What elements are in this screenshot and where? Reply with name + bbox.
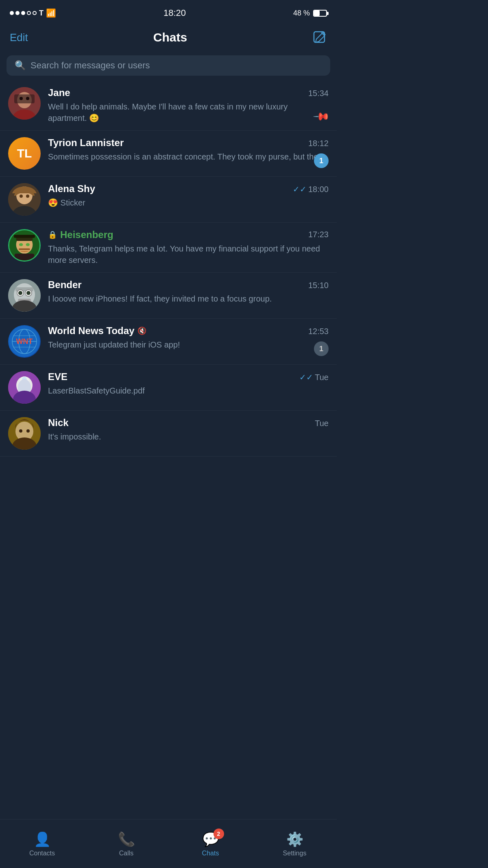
heisenberg-name: Heisenberg: [60, 229, 113, 241]
status-bar: T 📶 18:20 48 %: [0, 0, 337, 24]
alena-double-check: ✓✓: [293, 185, 307, 194]
eve-time: ✓✓Tue: [299, 372, 329, 382]
chat-item-worldnews[interactable]: WNT World News Today 🔇 12:53 Telegram ju…: [0, 319, 337, 365]
svg-point-18: [19, 243, 23, 246]
chat-item-jane[interactable]: Jane 15:34 Well I do help animals. Maybe…: [0, 81, 337, 131]
avatar-nick: [8, 417, 41, 450]
worldnews-chat-header: World News Today 🔇 12:53: [48, 325, 329, 337]
page-title: Chats: [153, 31, 187, 44]
svg-point-27: [26, 291, 30, 295]
nav-bar: Edit Chats: [0, 24, 337, 54]
mute-icon-worldnews: 🔇: [137, 326, 146, 335]
svg-point-47: [19, 429, 22, 433]
nick-preview: It's impossible.: [48, 431, 329, 442]
chat-item-eve[interactable]: EVE ✓✓Tue LaserBlastSafetyGuide.pdf: [0, 365, 337, 411]
heisenberg-preview: Thanks, Telegram helps me a lot. You hav…: [48, 243, 329, 266]
worldnews-name: World News Today: [48, 325, 134, 337]
alena-name: Alena Shy: [48, 183, 95, 195]
avatar-alena: [8, 183, 41, 216]
svg-point-7: [26, 97, 29, 100]
battery-icon: [313, 10, 327, 17]
eve-chat-header: EVE ✓✓Tue: [48, 371, 329, 383]
worldnews-preview: Telegram just updated their iOS app!: [48, 339, 329, 350]
edit-button[interactable]: Edit: [10, 31, 28, 44]
signal-dot-3: [21, 11, 25, 15]
svg-point-26: [18, 291, 22, 295]
nick-name: Nick: [48, 417, 69, 429]
bender-chat-content: Bender 15:10 I looove new iPhones! If fa…: [48, 279, 329, 304]
chats-badge: 2: [214, 829, 224, 839]
tab-bar: 👤 Contacts 📞 Calls 💬 2 Chats ⚙️ Settings: [0, 819, 337, 868]
bender-chat-header: Bender 15:10: [48, 279, 329, 291]
signal-dot-1: [10, 11, 14, 15]
carrier-label: T: [39, 9, 44, 17]
eve-preview: LaserBlastSafetyGuide.pdf: [48, 385, 329, 396]
chat-item-heisenberg[interactable]: 🔒 Heisenberg 17:23 Thanks, Telegram help…: [0, 223, 337, 273]
status-right: 48 %: [293, 9, 327, 17]
chat-item-tyrion[interactable]: TL Tyrion Lannister 18:12 Sometimes poss…: [0, 131, 337, 177]
eve-chat-content: EVE ✓✓Tue LaserBlastSafetyGuide.pdf: [48, 371, 329, 396]
jane-avatar-svg: [8, 87, 41, 120]
nick-chat-content: Nick Tue It's impossible.: [48, 417, 329, 442]
svg-point-19: [26, 243, 30, 246]
tab-chats[interactable]: 💬 2 Chats: [168, 831, 253, 857]
compose-button[interactable]: [312, 30, 327, 45]
contacts-label: Contacts: [29, 850, 55, 857]
worldnews-chat-content: World News Today 🔇 12:53 Telegram just u…: [48, 325, 329, 350]
bottom-spacer: [0, 457, 337, 514]
settings-label: Settings: [283, 850, 307, 857]
avatar-eve: [8, 371, 41, 404]
chat-list: Jane 15:34 Well I do help animals. Maybe…: [0, 81, 337, 457]
tyrion-badge: 1: [314, 153, 329, 168]
signal-dots: [10, 11, 37, 15]
status-time: 18:20: [163, 8, 186, 18]
nick-time: Tue: [315, 419, 329, 428]
heisenberg-avatar-svg: [9, 229, 39, 262]
tab-settings[interactable]: ⚙️ Settings: [253, 831, 337, 857]
tyrion-name: Tyrion Lannister: [48, 137, 124, 149]
alena-preview: 😍 Sticker: [48, 197, 329, 208]
settings-icon: ⚙️: [286, 831, 303, 847]
signal-dot-2: [15, 11, 20, 15]
chat-item-bender[interactable]: Bender 15:10 I looove new iPhones! If fa…: [0, 273, 337, 319]
calls-icon: 📞: [118, 831, 135, 847]
bender-name: Bender: [48, 279, 82, 291]
nick-avatar-svg: [8, 417, 41, 450]
svg-point-6: [20, 97, 23, 100]
battery-percent: 48 %: [293, 9, 310, 17]
search-placeholder: Search for messages or users: [30, 60, 150, 71]
wifi-icon: 📶: [46, 8, 56, 18]
chats-icon-wrap: 💬 2: [202, 831, 219, 847]
alena-chat-content: Alena Shy ✓✓18:00 😍 Sticker: [48, 183, 329, 208]
nick-chat-header: Nick Tue: [48, 417, 329, 429]
avatar-tyrion: TL: [8, 137, 41, 170]
jane-chat-header: Jane 15:34: [48, 87, 329, 98]
bender-avatar-svg: [8, 279, 41, 312]
tyrion-chat-header: Tyrion Lannister 18:12: [48, 137, 329, 149]
svg-rect-5: [14, 94, 35, 103]
worldnews-name-wrap: World News Today 🔇: [48, 325, 146, 337]
svg-text:WNT: WNT: [16, 337, 33, 345]
tyrion-initials: TL: [17, 146, 32, 160]
alena-avatar-svg: [8, 183, 41, 216]
heisenberg-chat-content: 🔒 Heisenberg 17:23 Thanks, Telegram help…: [48, 229, 329, 266]
svg-point-12: [26, 195, 29, 198]
svg-point-48: [26, 429, 30, 433]
tab-contacts[interactable]: 👤 Contacts: [0, 831, 84, 857]
avatar-heisenberg: [8, 229, 41, 262]
lock-icon-heisenberg: 🔒: [48, 230, 57, 239]
compose-icon: [313, 31, 326, 44]
eve-avatar-svg: [8, 371, 41, 404]
search-bar[interactable]: 🔍 Search for messages or users: [7, 55, 330, 76]
svg-rect-16: [14, 235, 35, 238]
calls-label: Calls: [119, 850, 134, 857]
worldnews-avatar-svg: WNT: [8, 325, 41, 358]
heisenberg-name-wrap: 🔒 Heisenberg: [48, 229, 113, 241]
signal-dot-5: [33, 11, 37, 15]
search-icon: 🔍: [15, 60, 26, 71]
bender-preview: I looove new iPhones! If fact, they invi…: [48, 293, 329, 304]
contacts-icon: 👤: [34, 831, 51, 847]
chat-item-alena[interactable]: Alena Shy ✓✓18:00 😍 Sticker: [0, 177, 337, 223]
chat-item-nick[interactable]: Nick Tue It's impossible.: [0, 411, 337, 457]
tab-calls[interactable]: 📞 Calls: [84, 831, 168, 857]
